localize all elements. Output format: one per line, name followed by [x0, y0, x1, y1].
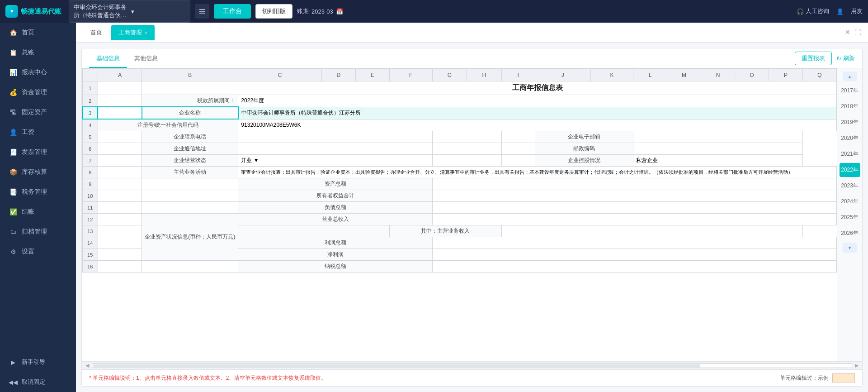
sub-tab-other[interactable]: 其他信息 — [127, 50, 165, 68]
cell-3-b[interactable]: 企业名称 — [142, 107, 238, 119]
year-item-2024[interactable]: 2024年 — [840, 195, 860, 209]
cell-12-g[interactable] — [432, 214, 836, 225]
year-item-2022[interactable]: 2022年 — [840, 163, 860, 177]
cell-6-k[interactable] — [633, 143, 803, 155]
sidebar-item-assets[interactable]: 🏗 固定资产 — [0, 102, 76, 122]
window-close-icon[interactable]: × — [845, 28, 850, 37]
cell-1-b[interactable] — [142, 81, 238, 95]
sidebar-item-salary[interactable]: 👤 工资 — [0, 122, 76, 142]
sidebar-item-report[interactable]: 📊 报表中心 — [0, 62, 76, 82]
cell-9-b[interactable] — [142, 178, 238, 190]
cell-9-c[interactable]: 资产总额 — [238, 178, 432, 190]
cell-11-a[interactable] — [98, 202, 142, 214]
cell-6-a[interactable] — [98, 143, 142, 155]
cell-5-c[interactable] — [238, 131, 432, 143]
workbench-button[interactable]: 工作台 — [214, 4, 251, 19]
cell-4-c[interactable]: 91320100MA208E5W6K — [238, 119, 837, 131]
cell-10-a[interactable] — [98, 190, 142, 202]
cell-9-g[interactable] — [432, 178, 836, 190]
year-item-2026[interactable]: 2026年 — [840, 226, 860, 240]
cell-10-g[interactable] — [432, 190, 836, 202]
cell-2-a[interactable] — [98, 95, 142, 107]
scrollbar-thumb[interactable] — [93, 364, 700, 368]
cell-8-b[interactable]: 主营业务活动 — [142, 167, 238, 178]
calendar-icon[interactable]: 📅 — [336, 8, 343, 15]
sidebar-item-ledger[interactable]: 📋 总账 — [0, 43, 76, 62]
year-item-2025[interactable]: 2025年 — [840, 210, 860, 225]
cell-6-b[interactable]: 企业通信地址 — [142, 143, 238, 155]
cell-5-a[interactable] — [98, 131, 142, 143]
cell-2-c[interactable]: 2022年度 — [238, 95, 837, 107]
cell-7-k[interactable]: 私营企业 — [633, 155, 803, 167]
scroll-left-arrow[interactable]: ◀ — [85, 363, 89, 368]
cell-14-c[interactable]: 利润总额 — [238, 237, 432, 249]
cell-title[interactable]: 工商年报信息表 — [238, 81, 837, 95]
cell-8-c[interactable]: 审查企业会计报表；出具审计报告；验证企业资本；出具验资报告；办理企业合开、分立、… — [238, 167, 837, 178]
cell-2-b[interactable]: 税款所属期间： — [142, 95, 238, 107]
cell-14-g[interactable] — [432, 237, 836, 249]
switch-old-button[interactable]: 切到旧版 — [255, 4, 292, 19]
user-name[interactable]: 用友 — [851, 7, 863, 15]
cell-5-g[interactable] — [432, 131, 501, 143]
tab-close-icon[interactable]: × — [145, 30, 147, 35]
sub-tab-basic[interactable]: 基础信息 — [89, 50, 127, 68]
cell-13-e[interactable]: 其中：主营业务收入 — [389, 225, 501, 237]
company-selector[interactable]: 中审众环会计师事务所（特殊普通合伙… ▾ — [69, 0, 190, 23]
cell-13-h[interactable] — [501, 225, 802, 237]
sidebar-item-settle[interactable]: ✅ 结账 — [0, 202, 76, 222]
cell-16-c[interactable]: 纳税总额 — [238, 261, 432, 272]
cell-7-c[interactable]: 开业 ▼ — [238, 155, 432, 167]
cell-14-a[interactable] — [98, 237, 142, 249]
cell-15-c[interactable]: 净利润 — [238, 249, 432, 261]
sidebar-item-unpin[interactable]: ◀◀ 取消固定 — [0, 372, 76, 392]
cell-13-c[interactable] — [238, 225, 389, 237]
sidebar-item-invoice[interactable]: 🧾 发票管理 — [0, 142, 76, 162]
cell-16-b[interactable] — [142, 261, 238, 272]
scrollbar-track[interactable] — [92, 363, 852, 368]
sidebar-item-settings[interactable]: ⚙ 设置 — [0, 242, 76, 262]
sidebar-item-finance[interactable]: 💰 资金管理 — [0, 82, 76, 102]
cell-5-i[interactable] — [501, 131, 535, 143]
cell-5-j[interactable]: 企业电子邮箱 — [535, 131, 633, 143]
cell-3-a[interactable] — [98, 107, 142, 119]
cell-12-c[interactable]: 营业总收入 — [238, 214, 432, 225]
cell-7-b[interactable]: 企业经营状态 — [142, 155, 238, 167]
company-settings-icon[interactable] — [195, 4, 209, 19]
consultant-button[interactable]: 🎧 人工咨询 — [797, 7, 829, 15]
scroll-right-arrow[interactable]: ▶ — [855, 363, 859, 368]
tab-commerce[interactable]: 工商管理 × — [111, 25, 155, 40]
year-item-2017[interactable]: 2017年 — [840, 84, 860, 98]
cell-13-a[interactable] — [98, 225, 142, 237]
refresh-button[interactable]: ↻ 刷新 — [836, 54, 855, 62]
cell-6-i[interactable] — [501, 143, 535, 155]
cell-15-a[interactable] — [98, 249, 142, 261]
cell-12-a[interactable] — [98, 214, 142, 225]
year-item-2019[interactable]: 2019年 — [840, 115, 860, 129]
cell-16-a[interactable] — [98, 261, 142, 272]
sidebar-item-inventory[interactable]: 📦 库存核算 — [0, 162, 76, 182]
cell-11-b[interactable] — [142, 202, 238, 214]
sidebar-item-guide[interactable]: ▶ 新手引导 — [0, 352, 76, 372]
cell-1-a[interactable] — [98, 81, 142, 95]
cell-9-a[interactable] — [98, 178, 142, 190]
cell-8-a[interactable] — [98, 167, 142, 178]
cell-7-g[interactable] — [432, 155, 501, 167]
year-item-2018[interactable]: 2018年 — [840, 100, 860, 114]
year-item-2023[interactable]: 2023年 — [840, 179, 860, 193]
cell-5-b[interactable]: 企业联系电话 — [142, 131, 238, 143]
cell-16-g[interactable] — [432, 261, 836, 272]
window-expand-icon[interactable]: ⛶ — [854, 29, 861, 36]
year-item-2021[interactable]: 2021年 — [840, 147, 860, 161]
cell-15-g[interactable] — [432, 249, 836, 261]
horizontal-scrollbar[interactable]: ◀ ▶ — [82, 361, 862, 369]
year-scroll-up[interactable]: ▲ — [843, 72, 857, 81]
cell-7-a[interactable] — [98, 155, 142, 167]
sidebar-item-tax[interactable]: 📑 税务管理 — [0, 182, 76, 202]
cell-5-k[interactable] — [633, 131, 803, 143]
year-scroll-down[interactable]: ▼ — [843, 243, 857, 253]
cell-4-ab[interactable]: 注册号/统一社会信用代码 — [98, 119, 238, 131]
cell-3-c[interactable]: 中审众环会计师事务所（特殊普通合伙）江苏分所 — [238, 107, 837, 119]
tab-home[interactable]: 首页 — [83, 25, 109, 40]
cell-10-b[interactable] — [142, 190, 238, 202]
cell-11-g[interactable] — [432, 202, 836, 214]
